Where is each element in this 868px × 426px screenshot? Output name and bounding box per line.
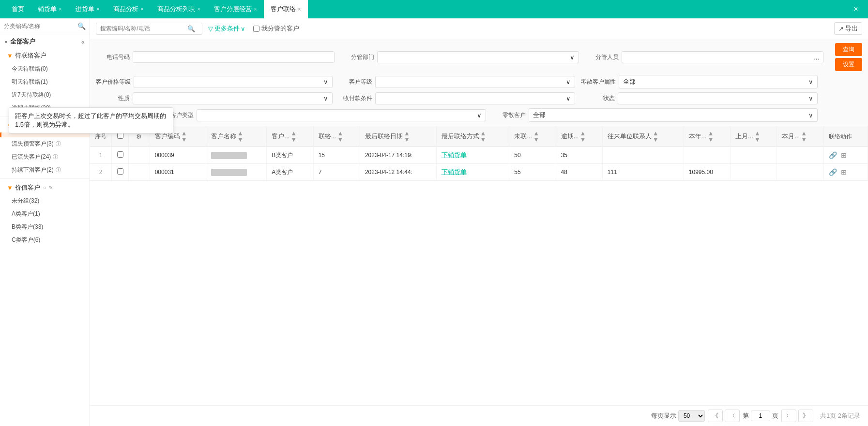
export-button[interactable]: ↗ 导出 [834,22,862,35]
nav-close-contact[interactable]: × [298,6,301,13]
sidebar-item-today[interactable]: 今天待联络(0) [0,62,90,75]
nav-product-analysis[interactable]: 商品分析 × [107,0,151,18]
cell-space-2 [129,164,150,181]
filter-icon: ▽ [208,25,213,32]
info-icon-loss: ⓘ [56,140,61,147]
nav-close-purchase[interactable]: × [96,6,100,13]
sidebar-group-value[interactable]: ▼ 价值客户 ○ ✎ [0,181,90,194]
next-page-btn[interactable]: 〉 [781,410,796,422]
method-link-2[interactable]: 下销货单 [442,168,467,176]
nav-customer-contact[interactable]: 客户联络 × [264,0,308,18]
arrow-icon: ▼ [7,52,13,59]
action-grid-icon-1[interactable]: ⊞ [841,151,847,159]
window-close-button[interactable]: × [849,2,863,16]
pagination: 每页显示 50 100 200 《 〈 第 页 〉 》 共1页 2条记录 [90,405,868,426]
extended-filters: 电话号码 分管部门 ∨ 分管人员 ... [90,39,868,126]
cell-partners-1 [602,147,684,164]
sidebar-group-pending[interactable]: ▼ 待联络客户 [0,49,90,62]
filter-cell-dept: 分管部门 ∨ [340,51,579,63]
search-wrap: 🔍 [96,23,202,35]
sort-partner-icon: ▲▼ [653,130,659,143]
action-link-icon-2[interactable]: 🔗 [829,168,837,176]
payment-select[interactable]: ∨ [375,92,575,104]
per-page-select[interactable]: 50 100 200 [678,410,705,422]
settings-gear-icon[interactable]: ⚙ [136,133,142,140]
sidebar-item-loss-warning[interactable]: 流失预警客户(3) ⓘ [0,137,90,150]
filter-cell-person: 分管人员 ... [585,51,823,63]
sidebar-item-classA[interactable]: A类客户(1) [0,207,90,220]
retail-attr-select[interactable]: 全部 ∨ [619,75,818,88]
col-header-this-month: 本月... ▲▼ [777,126,823,147]
cell-uncontacted-2: 55 [509,164,556,181]
row-checkbox-2[interactable] [117,168,123,175]
action-grid-icon-2[interactable]: ⊞ [841,168,847,176]
nav-close-segment[interactable]: × [254,6,257,13]
action-icons-1: 🔗 ⊞ [829,151,863,159]
cell-tm-2 [777,164,823,181]
sidebar-item-7days[interactable]: 近7天待联络(0) [0,88,90,102]
cell-check-1 [112,147,129,164]
nav-sales-order[interactable]: 销货单 × [31,0,69,18]
cell-name-2: ████████ [206,164,267,181]
sidebar: 🔍 ▪ 全部客户 « ▼ 待联络客户 今天待联络(0) 明天待联络(1) 近7天… [0,18,90,426]
sidebar-item-classC[interactable]: C类客户(6) [0,234,90,247]
customer-type-select[interactable]: ∨ [197,109,486,121]
search-icon[interactable]: 🔍 [187,25,195,32]
status-select[interactable]: ∨ [618,92,818,104]
filter-row-2: 客户价格等级 ∨ 客户等级 ∨ 零散客户属性 全部 [96,75,862,88]
sidebar-item-classB[interactable]: B类客户(33) [0,220,90,234]
cell-lm-1 [731,147,777,164]
method-link-1[interactable]: 下销货单 [442,151,467,159]
col-header-contact: 联络... ▲▼ [313,126,360,147]
col-header-category: 客户... ▲▼ [267,126,313,147]
sidebar-search-input[interactable] [4,23,77,29]
person-select[interactable]: ... [622,51,823,63]
arrow-value-icon: ▼ [7,184,13,191]
last-page-btn[interactable]: 》 [798,410,813,422]
settings-button[interactable]: 设置 [835,58,862,71]
nav-customer-segment[interactable]: 客户分层经营 × [207,0,264,18]
sidebar-search-icon[interactable]: 🔍 [77,22,86,30]
more-conditions-btn[interactable]: ▽ 更多条件 ∨ [208,24,245,33]
row-checkbox-1[interactable] [117,151,123,158]
nav-home[interactable]: 首页 [5,0,31,18]
sidebar-item-lost[interactable]: 已流失客户(24) ⓘ [0,150,90,163]
chevron-level-icon: ∨ [566,78,571,86]
sidebar-item-ungroup[interactable]: 未分组(32) [0,194,90,207]
col-header-last-date: 最后联络日期 ▲▼ [360,126,436,147]
prev-page-btn[interactable]: 〈 [725,410,740,422]
col-header-last-month: 上月... ▲▼ [731,126,777,147]
filter-cell-phone: 电话号码 [96,51,335,63]
edit-pencil-icon[interactable]: ✎ [48,185,53,191]
my-customers-checkbox[interactable] [253,26,259,32]
dept-select[interactable]: ∨ [377,51,579,63]
nav-product-list[interactable]: 商品分析列表 × [151,0,207,18]
phone-input[interactable] [133,51,335,63]
nav-close-product[interactable]: × [140,6,144,13]
chevron-retail-icon: ∨ [808,78,813,86]
table-area: 序号 ⚙ 客户编码 ▲▼ [90,126,868,405]
sidebar-collapse-btn[interactable]: « [81,38,85,45]
sidebar-all-customers[interactable]: ▪ 全部客户 « [0,34,90,49]
cell-check-2 [112,164,129,181]
nav-purchase-order[interactable]: 进货单 × [69,0,107,18]
nature-select[interactable]: ∨ [133,92,333,104]
first-page-btn[interactable]: 《 [708,410,723,422]
filter-cell-status: 状态 ∨ [581,92,818,104]
nav-close-list[interactable]: × [197,6,200,13]
customer-level-select[interactable]: ∨ [375,76,575,88]
retail-customer-select[interactable]: 全部 ∨ [529,108,818,122]
tooltip-box: 距客户上次交易时长，超过了此客户的平均交易周期的1.5倍，则视为异常。 [9,107,173,133]
page-input[interactable] [751,411,770,421]
query-button[interactable]: 查询 [835,43,862,56]
search-input[interactable] [100,25,187,32]
sidebar-item-tomorrow[interactable]: 明天待联络(1) [0,75,90,88]
filter-cell-payment: 收付款条件 ∨ [338,92,575,104]
nav-close-sales[interactable]: × [59,6,62,13]
edit-icon-value[interactable]: ○ [43,185,46,191]
cell-date-1: 2023-04-17 14:19: [360,147,436,164]
cell-code-1: 000039 [150,147,206,164]
sidebar-item-declining[interactable]: 持续下滑客户(2) ⓘ [0,163,90,176]
action-link-icon-1[interactable]: 🔗 [829,151,837,159]
price-level-select[interactable]: ∨ [134,76,333,88]
